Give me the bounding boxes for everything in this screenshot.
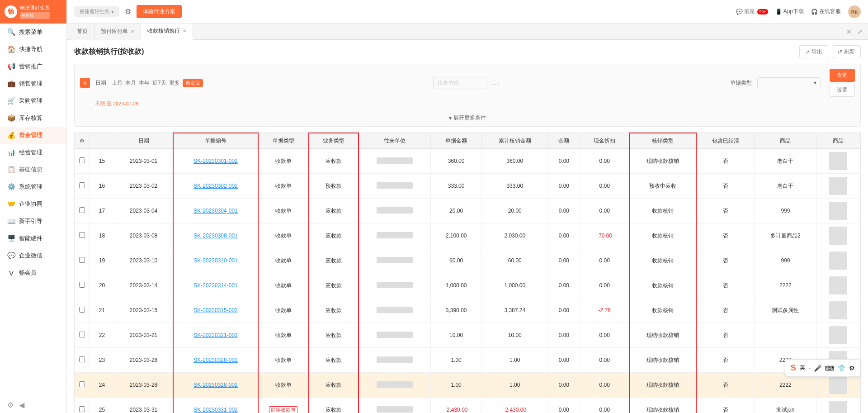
voucher-no-link[interactable]: SK-20230308-001	[193, 233, 237, 239]
sidebar-item-member[interactable]: V 畅会员	[0, 264, 66, 281]
settings-btn[interactable]: 设置	[830, 84, 855, 97]
page-content: 收款核销执行(按收款) ↗ 导出 ↺ 刷新 » 日期	[67, 40, 868, 413]
query-btn[interactable]: 查询	[830, 69, 855, 82]
cell-checkbox[interactable]	[75, 348, 90, 373]
cell-voucher-no[interactable]: SK-20230328-002	[173, 373, 258, 398]
sidebar-item-enterprise[interactable]: 🤝 企业协同	[0, 195, 66, 213]
voucher-no-link[interactable]: SK-20230314-001	[193, 282, 237, 289]
sidebar-item-sales[interactable]: 💼 销售管理	[0, 75, 66, 92]
voucher-no-link[interactable]: SK-20230321-003	[193, 332, 237, 338]
refresh-btn[interactable]: ↺ 刷新	[832, 45, 861, 58]
tab-fullscreen-btn[interactable]: ⤢	[855, 28, 864, 35]
voucher-no-link[interactable]: SK-20230301-002	[193, 158, 237, 164]
cell-voucher-no[interactable]: SK-20230328-001	[173, 348, 258, 373]
breadcrumb-selector[interactable]: 畅捷通好生意 ▾	[74, 6, 119, 17]
sidebar-item-label: 企业协同	[19, 200, 42, 208]
cell-checkbox[interactable]	[75, 273, 90, 298]
sidebar-item-label: 销售管理	[19, 80, 42, 88]
sidebar-item-basic[interactable]: 📋 基础信息	[0, 161, 66, 178]
cell-index: 20	[90, 273, 114, 298]
widget-keyboard-icon[interactable]: ⌨	[825, 365, 834, 372]
sidebar-item-search[interactable]: 🔍 搜索菜单	[0, 24, 66, 41]
cell-voucher-no[interactable]: SK-20230315-002	[173, 298, 258, 323]
cell-goods: 999	[754, 199, 816, 223]
service-item[interactable]: 🎧 在线客服	[811, 8, 841, 15]
collapse-icon[interactable]: ◀	[19, 401, 24, 409]
cell-amount: 1.00	[431, 348, 482, 373]
sidebar-item-inventory[interactable]: 📦 库存核算	[0, 109, 66, 127]
cell-voucher-no[interactable]: SK-20230308-001	[173, 223, 258, 248]
cell-voucher-no[interactable]: SK-20230314-001	[173, 273, 258, 298]
cell-include-settled: 否	[696, 348, 754, 373]
cell-voucher-no[interactable]: SK-20230321-003	[173, 323, 258, 348]
export-btn[interactable]: ↗ 导出	[799, 45, 828, 58]
cell-voucher-no[interactable]: SK-20230301-002	[173, 149, 258, 174]
voucher-type-select[interactable]: ▾	[757, 77, 821, 88]
cell-checkbox[interactable]	[75, 174, 90, 199]
cell-counterpart	[359, 273, 431, 298]
cell-voucher-no[interactable]: SK-20230302-002	[173, 174, 258, 199]
date-this-year[interactable]: 本年	[139, 79, 150, 87]
cell-date: 2023-03-28	[114, 373, 173, 398]
cell-checkbox[interactable]	[75, 373, 90, 398]
settings-icon[interactable]: ⚙	[7, 401, 14, 409]
cell-voucher-type: 收款单	[258, 149, 309, 174]
date-custom[interactable]: 自定义	[183, 79, 203, 87]
cell-checkbox[interactable]	[75, 149, 90, 174]
widget-mic-icon[interactable]: 🎤	[814, 365, 821, 372]
cell-checkbox[interactable]	[75, 298, 90, 323]
cell-checkbox[interactable]	[75, 248, 90, 273]
app-download-item[interactable]: 📱 App下载	[775, 8, 804, 15]
tab-receipt-close[interactable]: ✕	[183, 28, 186, 33]
industry-btn[interactable]: 体验行业方案	[137, 5, 182, 18]
voucher-no-link[interactable]: SK-20230302-002	[193, 183, 237, 189]
table-row: 25 2023-03-31 SK-20230331-002 红字收款单 应收款 …	[75, 398, 860, 413]
cell-cash-discount: 0.00	[580, 199, 629, 223]
voucher-no-link[interactable]: SK-20230315-002	[193, 307, 237, 313]
date-last-month[interactable]: 上月	[112, 79, 123, 87]
date-this-month[interactable]: 本月	[125, 79, 136, 87]
widget-english-icon[interactable]: 英	[800, 364, 805, 372]
sidebar-item-system[interactable]: ⚙️ 系统管理	[0, 178, 66, 195]
widget-shirt-icon[interactable]: 👕	[838, 365, 845, 372]
widget-apps-icon[interactable]: ⚙	[849, 365, 855, 372]
sidebar-item-finance[interactable]: 💰 资金管理	[0, 127, 66, 144]
sidebar-item-operation[interactable]: 📊 经营管理	[0, 144, 66, 161]
cell-date: 2023-03-04	[114, 199, 173, 223]
cell-checkbox[interactable]	[75, 199, 90, 223]
tab-receipt[interactable]: 收款核销执行 ✕	[141, 24, 193, 40]
expand-more-btn[interactable]: ▾ 展开更多条件	[80, 111, 855, 122]
filter-toggle-btn[interactable]: »	[80, 78, 90, 88]
cell-voucher-no[interactable]: SK-20230304-001	[173, 199, 258, 223]
sidebar-item-hardware[interactable]: 🖥️ 智能硬件	[0, 230, 66, 247]
sidebar-item-guide[interactable]: 📖 新手引导	[0, 213, 66, 230]
tab-close-btn[interactable]: ✕	[844, 28, 854, 35]
date-more[interactable]: 更多	[169, 79, 180, 87]
avatar[interactable]: Rit	[848, 5, 861, 18]
sidebar-item-wechat[interactable]: 💬 企业微信	[0, 247, 66, 264]
tab-prepay[interactable]: 预付应付单 ✕	[94, 24, 141, 40]
gear-icon[interactable]: ⚙	[125, 7, 131, 16]
date-7days[interactable]: 近7天	[152, 79, 166, 87]
cell-checkbox[interactable]	[75, 398, 90, 413]
cell-index: 18	[90, 223, 114, 248]
sidebar-item-quick[interactable]: 🏠 快捷导航	[0, 41, 66, 58]
voucher-no-link[interactable]: SK-20230331-002	[193, 407, 237, 413]
col-settings[interactable]: ⚙	[75, 133, 90, 149]
page-inner: 收款核销执行(按收款) ↗ 导出 ↺ 刷新 » 日期	[67, 40, 868, 413]
sidebar-item-purchase[interactable]: 🛒 采购管理	[0, 92, 66, 109]
tab-prepay-close[interactable]: ✕	[131, 29, 134, 34]
voucher-no-link[interactable]: SK-20230304-001	[193, 208, 237, 214]
cell-checkbox[interactable]	[75, 223, 90, 248]
tab-home[interactable]: 首页	[71, 24, 94, 40]
voucher-no-link[interactable]: SK-20230328-002	[193, 382, 237, 388]
voucher-no-link[interactable]: SK-20230328-001	[193, 357, 237, 363]
sidebar-item-marketing[interactable]: 📢 营销推广	[0, 58, 66, 75]
counterpart-input[interactable]: 往来单位	[433, 77, 487, 89]
cell-voucher-no[interactable]: SK-20230310-001	[173, 248, 258, 273]
cell-date: 2023-03-02	[114, 174, 173, 199]
cell-checkbox[interactable]	[75, 323, 90, 348]
cell-voucher-no[interactable]: SK-20230331-002	[173, 398, 258, 413]
message-item[interactable]: 💬 消息 99+	[736, 8, 768, 15]
voucher-no-link[interactable]: SK-20230310-001	[193, 257, 237, 264]
